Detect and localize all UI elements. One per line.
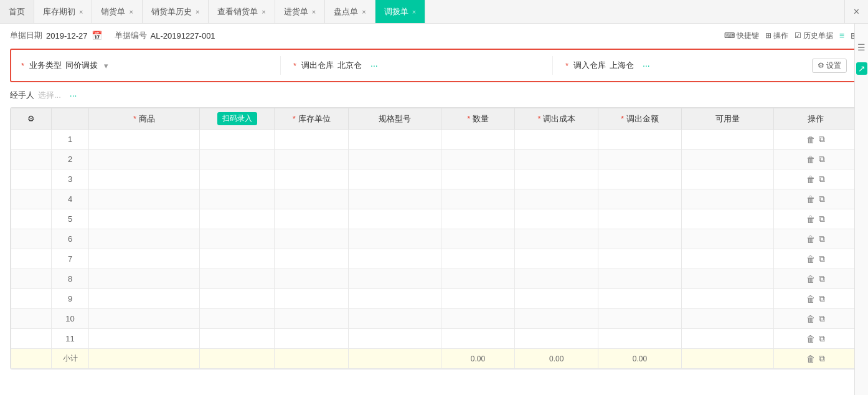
handler-more-icon[interactable]: ··· [70, 90, 77, 100]
row-unit-cell[interactable] [275, 289, 349, 309]
col-header-gear[interactable]: ⚙ [11, 108, 52, 130]
transfer-in-more-icon[interactable]: ··· [643, 60, 650, 70]
row-product-cell[interactable] [88, 150, 199, 169]
row-unit-cell[interactable] [275, 309, 349, 329]
tab-transfer-close[interactable]: × [412, 8, 416, 16]
row-qty-cell[interactable] [441, 150, 515, 169]
row-unit-cell[interactable] [275, 229, 349, 249]
handler-select[interactable]: 选择... [38, 90, 61, 101]
row-qty-cell[interactable] [441, 269, 515, 289]
tab-sales-history-close[interactable]: × [196, 8, 199, 16]
tab-inventory-init[interactable]: 库存期初 × [34, 0, 92, 23]
row-qty-cell[interactable] [441, 169, 515, 189]
row-cost-cell[interactable] [515, 309, 598, 329]
scan-button[interactable]: 扫码录入 [217, 112, 257, 125]
row-spec-cell[interactable] [349, 189, 441, 209]
row-cost-cell[interactable] [515, 130, 598, 150]
row-cost-cell[interactable] [515, 269, 598, 289]
row-unit-cell[interactable] [275, 329, 349, 349]
tab-purchase-order[interactable]: 进货单 × [275, 0, 325, 23]
row-cost-cell[interactable] [515, 189, 598, 209]
row-amount-cell[interactable] [598, 249, 682, 269]
transfer-out-value[interactable]: 北京仓 [337, 60, 362, 71]
row-unit-cell[interactable] [275, 249, 349, 269]
tab-inventory-init-close[interactable]: × [79, 8, 83, 16]
delete-icon[interactable]: 🗑 [806, 294, 815, 304]
operations-button[interactable]: ⊞ 操作 [765, 31, 788, 41]
calendar-icon[interactable]: 📅 [92, 31, 102, 40]
subtotal-copy-icon[interactable]: ⧉ [819, 353, 825, 364]
copy-icon[interactable]: ⧉ [819, 293, 825, 304]
tab-sales-order[interactable]: 销货单 × [92, 0, 142, 23]
row-spec-cell[interactable] [349, 289, 441, 309]
tab-home[interactable]: 首页 [0, 0, 34, 23]
row-spec-cell[interactable] [349, 309, 441, 329]
row-amount-cell[interactable] [598, 150, 682, 169]
row-spec-cell[interactable] [349, 229, 441, 249]
row-qty-cell[interactable] [441, 309, 515, 329]
row-qty-cell[interactable] [441, 289, 515, 309]
row-spec-cell[interactable] [349, 329, 441, 349]
row-product-cell[interactable] [88, 249, 199, 269]
row-spec-cell[interactable] [349, 209, 441, 229]
row-amount-cell[interactable] [598, 189, 682, 209]
tab-stocktake-close[interactable]: × [362, 8, 366, 16]
delete-icon[interactable]: 🗑 [806, 174, 815, 184]
row-product-cell[interactable] [88, 169, 199, 189]
delete-icon[interactable]: 🗑 [806, 314, 815, 324]
row-spec-cell[interactable] [349, 150, 441, 169]
row-product-cell[interactable] [88, 130, 199, 150]
row-amount-cell[interactable] [598, 309, 682, 329]
row-cost-cell[interactable] [515, 209, 598, 229]
table-gear-icon[interactable]: ⚙ [27, 114, 35, 123]
delete-icon[interactable]: 🗑 [806, 274, 815, 284]
row-unit-cell[interactable] [275, 269, 349, 289]
tab-transfer[interactable]: 调拨单 × [375, 0, 425, 23]
business-type-dropdown-icon[interactable]: ▾ [104, 61, 108, 70]
row-product-cell[interactable] [88, 269, 199, 289]
row-unit-cell[interactable] [275, 150, 349, 169]
copy-icon[interactable]: ⧉ [819, 134, 825, 145]
row-qty-cell[interactable] [441, 329, 515, 349]
copy-icon[interactable]: ⧉ [819, 274, 825, 284]
row-cost-cell[interactable] [515, 329, 598, 349]
row-qty-cell[interactable] [441, 189, 515, 209]
sidebar-note-icon[interactable]: ☰ [857, 42, 866, 52]
row-amount-cell[interactable] [598, 289, 682, 309]
delete-icon[interactable]: 🗑 [806, 214, 815, 224]
doc-date-value[interactable]: 2019-12-27 [46, 31, 88, 40]
copy-icon[interactable]: ⧉ [819, 174, 825, 184]
shortcuts-button[interactable]: ⌨ 快捷键 [724, 31, 759, 41]
row-unit-cell[interactable] [275, 169, 349, 189]
tab-view-sales[interactable]: 查看销货单 × [209, 0, 275, 23]
delete-icon[interactable]: 🗑 [806, 155, 815, 164]
row-spec-cell[interactable] [349, 169, 441, 189]
tab-purchase-order-close[interactable]: × [312, 8, 316, 16]
copy-icon[interactable]: ⧉ [819, 234, 825, 244]
row-product-cell[interactable] [88, 329, 199, 349]
layout-list-button[interactable]: ≡ [839, 31, 844, 40]
delete-icon[interactable]: 🗑 [806, 254, 815, 264]
row-cost-cell[interactable] [515, 249, 598, 269]
settings-button[interactable]: ⚙ 设置 [812, 59, 847, 73]
copy-icon[interactable]: ⧉ [819, 313, 825, 324]
row-product-cell[interactable] [88, 229, 199, 249]
row-amount-cell[interactable] [598, 209, 682, 229]
row-product-cell[interactable] [88, 289, 199, 309]
delete-icon[interactable]: 🗑 [806, 334, 815, 344]
delete-icon[interactable]: 🗑 [806, 194, 815, 204]
row-amount-cell[interactable] [598, 269, 682, 289]
copy-icon[interactable]: ⧉ [819, 194, 825, 204]
row-spec-cell[interactable] [349, 130, 441, 150]
row-qty-cell[interactable] [441, 229, 515, 249]
copy-icon[interactable]: ⧉ [819, 254, 825, 264]
row-product-cell[interactable] [88, 189, 199, 209]
copy-icon[interactable]: ⧉ [819, 154, 825, 164]
row-unit-cell[interactable] [275, 189, 349, 209]
row-amount-cell[interactable] [598, 229, 682, 249]
row-cost-cell[interactable] [515, 169, 598, 189]
row-amount-cell[interactable] [598, 130, 682, 150]
row-qty-cell[interactable] [441, 249, 515, 269]
tab-sales-history[interactable]: 销货单历史 × [143, 0, 209, 23]
row-spec-cell[interactable] [349, 249, 441, 269]
